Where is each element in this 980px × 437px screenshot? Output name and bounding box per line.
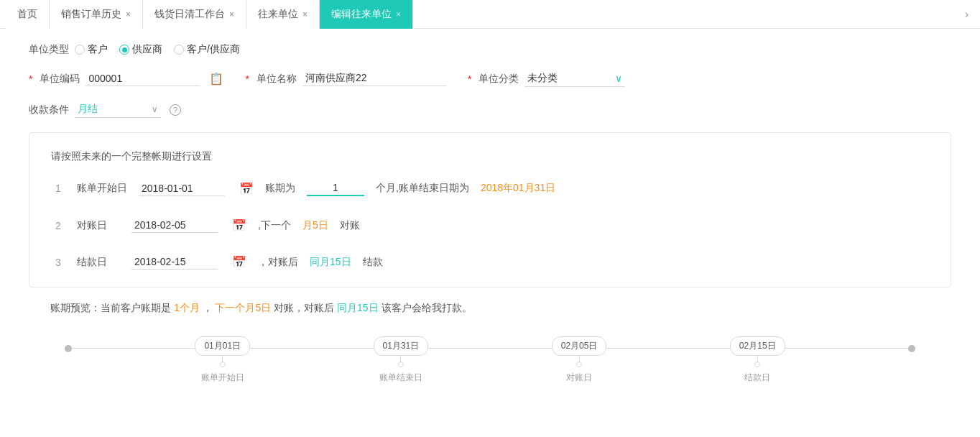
preview-part3: 同月15日 [337,302,379,313]
timeline-dot-start [65,345,72,352]
preview-mid: 对账，对账后 [274,302,334,313]
unit-classify-dropdown[interactable]: 未分类 ∨ [524,70,625,87]
unit-classify-value: 未分类 [527,72,558,85]
radio-label-both: 客户/供应商 [187,43,240,56]
unit-type-label: 单位类型 [29,43,69,56]
radio-supplier[interactable]: 供应商 [119,43,162,56]
start-date-input[interactable] [139,181,225,196]
unit-code-required: * [29,73,32,85]
preview-suffix: 该客户会给我打款。 [382,302,472,313]
radio-customer[interactable]: 客户 [75,43,108,56]
tab-sales-history[interactable]: 销售订单历史 × [50,0,143,29]
payment-date-input[interactable] [131,254,218,270]
unit-code-label: 单位编码 [40,73,80,86]
timeline-points: 01月01日 账单开始日 01月31日 账单结束日 02月05日 [65,336,915,384]
reconcile-prefix-label: ,下一个 [258,219,291,232]
unit-type-radio-group: 客户 供应商 客户/供应商 [75,43,240,56]
timeline-label-1: 账单开始日 [201,372,244,384]
row-num-1: 1 [51,183,65,194]
row-label-payment-date: 结款日 [77,256,120,269]
tab-home[interactable]: 首页 [6,0,50,29]
unit-classify-required: * [468,73,471,85]
timeline-badge-3: 02月05日 [552,336,607,356]
preview-section: 账期预览：当前客户账期是 1个月 ， 下一个月5日 对账，对账后 同月15日 该… [29,302,951,384]
timeline-point-4: 02月15日 结款日 [730,336,785,384]
timeline-badge-4: 02月15日 [730,336,785,356]
timeline-dot-1 [220,362,226,367]
unit-code-copy-icon[interactable]: 📋 [209,72,223,86]
unit-classify-label: 单位分类 [479,73,519,86]
payment-prefix-label: ，对账后 [258,256,298,269]
payment-condition-dropdown[interactable]: 月结 ∨ [75,101,161,118]
radio-circle-supplier [119,45,129,55]
tab-edit-partner[interactable]: 编辑往来单位 × [320,0,413,29]
tabs-scroll-right-icon[interactable]: › [959,8,974,21]
radio-label-supplier: 供应商 [132,43,162,56]
row-label-start-date: 账单开始日 [77,182,127,195]
payment-condition-help-icon[interactable]: ? [170,104,181,116]
radio-label-customer: 客户 [88,43,108,56]
setting-row-3: 3 结款日 📅 ，对账后 同月15日 结款 [51,254,929,270]
radio-circle-both [174,45,184,55]
timeline-container: 01月01日 账单开始日 01月31日 账单结束日 02月05日 [50,336,930,384]
timeline-point-2: 01月31日 账单结束日 [374,336,429,384]
timeline-label-3: 对账日 [566,372,592,384]
unit-code-field: * 单位编码 📋 [29,71,223,86]
preview-part1: 1个月 [174,302,200,313]
preview-label: 账期预览：当前客户账期是 1个月 ， 下一个月5日 对账，对账后 同月15日 该… [50,302,930,315]
timeline-connector-3 [579,356,580,362]
unit-name-required: * [245,73,249,85]
reconcile-day-highlight: 月5日 [302,219,328,232]
period-input[interactable] [307,180,364,196]
tab-cash-work[interactable]: 钱货日清工作台 × [143,0,246,29]
tab-close-sales-history[interactable]: × [126,9,131,19]
preview-comma: ， [203,302,213,313]
timeline-connector-4 [757,356,758,362]
tabs-bar: 首页 销售订单历史 × 钱货日清工作台 × 往来单位 × 编辑往来单位 × › [0,0,980,29]
reconcile-date-input[interactable] [131,218,218,233]
unit-name-field: * 单位名称 [245,71,445,86]
tab-close-edit-partner[interactable]: × [396,9,401,19]
timeline-connector-1 [222,356,223,362]
unit-name-input[interactable] [302,71,446,86]
unit-info-row: * 单位编码 📋 * 单位名称 * 单位分类 未分类 ∨ [29,70,951,87]
payment-date-calendar-icon[interactable]: 📅 [232,255,246,269]
period-suffix-label: 个月,账单结束日期为 [376,182,469,195]
timeline-badge-2: 01月31日 [374,336,429,356]
tab-close-cash-work[interactable]: × [229,9,234,19]
timeline-label-4: 结款日 [744,372,770,384]
unit-name-label: 单位名称 [256,73,297,86]
timeline-dot-3 [576,362,582,367]
billing-end-date: 2018年01月31日 [481,182,555,195]
reconcile-suffix-label: 对账 [340,219,360,232]
row-label-reconcile-date: 对账日 [77,219,120,232]
tab-close-partner-unit[interactable]: × [302,9,308,19]
timeline-badge-1: 01月01日 [195,336,250,356]
payment-condition-arrow-icon: ∨ [152,104,158,114]
timeline-point-3: 02月05日 对账日 [552,336,607,384]
timeline-connector-2 [400,356,401,362]
unit-code-input[interactable] [85,71,200,86]
settings-box: 请按照未来的一个完整帐期进行设置 1 账单开始日 📅 账期为 个月,账单结束日期… [29,132,951,288]
unit-type-row: 单位类型 客户 供应商 客户/供应商 [29,43,951,56]
unit-type-field: 单位类型 客户 供应商 客户/供应商 [29,43,240,56]
payment-condition-label: 收款条件 [29,104,69,116]
row-num-3: 3 [51,257,65,268]
start-date-calendar-icon[interactable]: 📅 [239,182,254,196]
timeline-dot-end [908,345,915,352]
payment-day-highlight: 同月15日 [310,256,351,269]
unit-classify-arrow-icon: ∨ [615,73,622,84]
timeline-point-1: 01月01日 账单开始日 [195,336,250,384]
reconcile-date-calendar-icon[interactable]: 📅 [232,218,246,232]
payment-condition-field: 收款条件 月结 ∨ ? [29,101,181,118]
timeline-dot-4 [754,362,760,367]
payment-condition-value: 月结 [78,103,149,116]
preview-prefix: 账期预览：当前客户账期是 [50,302,171,313]
row-num-2: 2 [51,220,65,231]
period-prefix-label: 账期为 [265,182,295,195]
timeline-point-start [65,336,72,352]
setting-row-1: 1 账单开始日 📅 账期为 个月,账单结束日期为 2018年01月31日 [51,180,929,196]
tab-partner-unit[interactable]: 往来单位 × [246,0,320,29]
radio-both[interactable]: 客户/供应商 [174,43,240,56]
main-content: 单位类型 客户 供应商 客户/供应商 * 单位编码 [0,29,980,437]
